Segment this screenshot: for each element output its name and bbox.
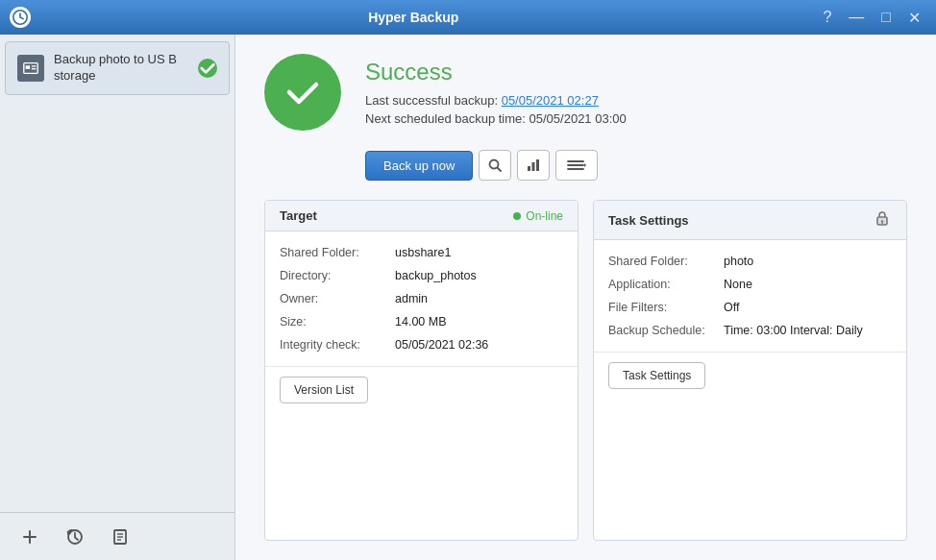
table-row: Shared Folder: usbshare1 — [280, 241, 563, 264]
task-card-header: Task Settings — [594, 201, 906, 240]
info-cards: Target On-line Shared Folder: usbshare1 … — [264, 200, 907, 541]
close-button[interactable]: ✕ — [902, 7, 926, 29]
field-label: Size: — [280, 315, 395, 329]
main-layout: Backup photo to US B storage — [0, 35, 936, 560]
last-backup-line: Last successful backup: 05/05/2021 02:27 — [365, 93, 627, 108]
target-card-title: Target — [280, 208, 317, 223]
status-title: Success — [365, 59, 627, 85]
version-list-button[interactable]: Version List — [280, 377, 368, 403]
svg-rect-14 — [528, 166, 530, 171]
search-log-button[interactable] — [479, 150, 511, 181]
minimize-button[interactable]: — — [843, 7, 870, 29]
svg-point-21 — [881, 220, 883, 222]
field-label: Backup Schedule: — [608, 324, 724, 337]
last-backup-value[interactable]: 05/05/2021 02:27 — [502, 93, 599, 108]
sidebar-items: Backup photo to US B storage — [0, 35, 234, 512]
lock-icon[interactable] — [873, 208, 892, 231]
more-menu-button[interactable] — [555, 150, 598, 181]
table-row: File Filters: Off — [608, 296, 892, 319]
target-card-footer: Version List — [265, 366, 578, 413]
maximize-button[interactable]: □ — [875, 7, 897, 29]
table-row: Size: 14.00 MB — [280, 310, 563, 333]
status-section: Success Last successful backup: 05/05/20… — [264, 54, 907, 131]
next-backup-line: Next scheduled backup time: 05/05/2021 0… — [365, 111, 627, 126]
sidebar-item-check-icon — [198, 59, 217, 78]
sidebar-item-backup-photo[interactable]: Backup photo to US B storage — [5, 41, 230, 95]
table-row: Integrity check: 05/05/2021 02:36 — [280, 333, 563, 356]
window-controls[interactable]: ? — □ ✕ — [817, 7, 926, 29]
status-text: Success Last successful backup: 05/05/20… — [365, 54, 627, 130]
field-label: Integrity check: — [280, 338, 395, 352]
success-icon — [264, 54, 341, 131]
field-value: 05/05/2021 02:36 — [395, 338, 488, 352]
svg-line-13 — [498, 168, 502, 172]
statistics-button[interactable] — [517, 150, 550, 181]
target-card: Target On-line Shared Folder: usbshare1 … — [264, 200, 579, 541]
online-dot — [513, 212, 521, 220]
svg-rect-16 — [536, 159, 539, 171]
field-label: Directory: — [280, 269, 395, 282]
field-value: admin — [395, 292, 428, 305]
history-button[interactable] — [60, 522, 90, 552]
svg-rect-15 — [532, 162, 535, 171]
target-card-body: Shared Folder: usbshare1 Directory: back… — [265, 231, 578, 366]
field-label: Owner: — [280, 292, 395, 305]
online-status: On-line — [526, 209, 563, 223]
target-card-header: Target On-line — [265, 201, 578, 231]
title-bar: Hyper Backup ? — □ ✕ — [0, 0, 936, 35]
table-row: Application: None — [608, 273, 892, 296]
field-label: Shared Folder: — [608, 255, 724, 268]
app-title: Hyper Backup — [10, 10, 817, 25]
sidebar: Backup photo to US B storage — [0, 35, 235, 560]
svg-rect-3 — [32, 65, 37, 66]
field-value: 14.00 MB — [395, 315, 447, 329]
field-label: Application: — [608, 278, 724, 291]
svg-rect-2 — [26, 65, 31, 69]
table-row: Backup Schedule: Time: 03:00 Interval: D… — [608, 319, 892, 342]
table-row: Owner: admin — [280, 287, 563, 310]
field-value: backup_photos — [395, 269, 477, 282]
last-backup-label: Last successful backup: — [365, 93, 498, 108]
field-value: photo — [724, 255, 753, 268]
task-settings-button[interactable]: Task Settings — [608, 362, 705, 389]
field-value: Off — [724, 301, 739, 314]
field-value: usbshare1 — [395, 246, 451, 259]
add-task-button[interactable] — [14, 522, 45, 552]
field-label: Shared Folder: — [280, 246, 395, 259]
task-card-body: Shared Folder: photo Application: None F… — [594, 240, 906, 352]
backup-icon — [17, 55, 44, 82]
backup-now-button[interactable]: Back up now — [365, 151, 473, 181]
sidebar-footer — [0, 512, 234, 560]
content-area: Success Last successful backup: 05/05/20… — [235, 35, 936, 560]
help-button[interactable]: ? — [817, 7, 837, 29]
field-value: Time: 03:00 Interval: Daily — [724, 324, 863, 337]
toolbar: Back up now — [365, 150, 907, 181]
log-button[interactable] — [105, 522, 135, 552]
svg-rect-4 — [32, 68, 37, 69]
online-badge: On-line — [513, 209, 563, 223]
task-card-title: Task Settings — [608, 213, 689, 228]
table-row: Shared Folder: photo — [608, 250, 892, 273]
sidebar-item-label: Backup photo to US B storage — [54, 52, 198, 85]
task-card-footer: Task Settings — [594, 352, 906, 399]
field-value: None — [724, 278, 752, 291]
table-row: Directory: backup_photos — [280, 264, 563, 287]
field-label: File Filters: — [608, 301, 724, 314]
task-card: Task Settings Shared Folder: photo — [593, 200, 907, 541]
